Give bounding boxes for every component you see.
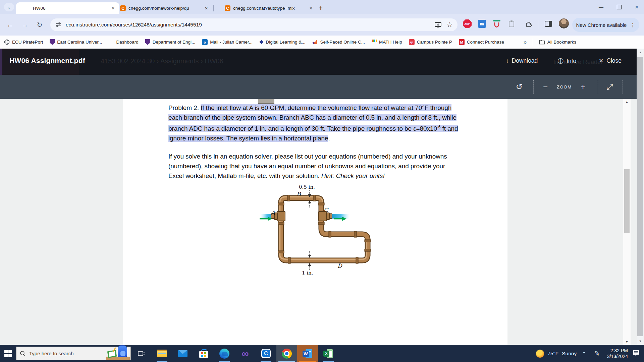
bookmark-label: Self-Paced Online C... xyxy=(320,40,365,45)
zoom-in-button[interactable]: + xyxy=(577,75,589,99)
close-label: Close xyxy=(606,57,622,64)
file-explorer-button[interactable] xyxy=(152,345,172,362)
new-tab-button[interactable]: + xyxy=(316,3,325,13)
mail-button[interactable] xyxy=(172,345,193,362)
ecu-shield-icon xyxy=(50,39,55,45)
tab-hw06[interactable]: HW06 ✕ xyxy=(16,2,119,14)
tab-search-button[interactable]: ⌄ xyxy=(4,3,14,11)
close-pdf-button[interactable]: ✕ Close xyxy=(599,57,622,64)
bookmark-star-icon[interactable]: ☆ xyxy=(446,21,453,29)
back-button[interactable]: ← xyxy=(5,19,15,30)
tab-chegg-homework[interactable]: C chegg.com/homework-help/qu ✕ xyxy=(117,2,213,14)
chrome-button[interactable] xyxy=(276,345,297,362)
word-button[interactable]: W xyxy=(297,345,318,362)
bookmark-dept-engineering[interactable]: Department of Engi... xyxy=(145,39,196,45)
label-B: B xyxy=(297,191,301,197)
bookmark-label: ECU PiratePort xyxy=(12,40,43,45)
site-settings-icon[interactable] xyxy=(55,22,62,28)
windows-logo-icon xyxy=(4,350,12,357)
globe-icon xyxy=(4,39,10,45)
chrome-update-button[interactable]: New Chrome available ⋮ xyxy=(572,18,639,32)
rotate-button[interactable]: ↺ xyxy=(513,75,526,99)
url-text[interactable]: ecu.instructure.com/courses/126248/assig… xyxy=(66,22,430,28)
info-button[interactable]: ⓘ Info xyxy=(558,57,576,65)
bookmark-self-paced[interactable]: Self-Paced Online C... xyxy=(312,40,365,45)
task-view-icon xyxy=(137,350,145,357)
microsoft-store-button[interactable] xyxy=(193,345,214,362)
tab-close-icon[interactable]: ✕ xyxy=(203,5,209,11)
bookmark-dashboard[interactable]: Dashboard xyxy=(116,40,139,45)
tray-overflow-chevron[interactable]: ⌃ xyxy=(582,351,586,356)
toolbar-separator xyxy=(623,80,623,94)
microsoft-365-button[interactable]: ∞ xyxy=(235,345,256,362)
action-center-button[interactable] xyxy=(633,350,640,358)
maximize-button[interactable] xyxy=(612,2,626,12)
pdf-scrollbar[interactable]: ▲ ▼ xyxy=(623,99,631,345)
maximize-icon xyxy=(617,5,622,9)
bookmark-mail[interactable]: o Mail - Julian Camer... xyxy=(202,39,253,45)
canvas-icon: C xyxy=(261,349,271,358)
system-tray: 75°F Sunny ⌃ ✎ 2:32 PM 3/13/2024 xyxy=(536,345,644,362)
hint-text: Hint: Check your units! xyxy=(321,172,385,179)
zoom-out-button[interactable]: − xyxy=(539,75,551,99)
blue-folder-extension-icon[interactable] xyxy=(477,19,487,29)
profile-avatar[interactable] xyxy=(559,18,569,28)
side-panel-icon[interactable] xyxy=(543,19,553,29)
tab-chegg-chat[interactable]: C chegg.com/chat?autotype=mix ✕ xyxy=(221,2,317,14)
bookmarks-bar: ECU PiratePort East Carolina Univer... D… xyxy=(0,36,644,49)
bookmark-math-help[interactable]: MATH Help xyxy=(372,40,402,45)
tab-divider xyxy=(213,5,214,11)
edge-button[interactable] xyxy=(214,345,235,362)
bookmark-digital-learning[interactable]: ✱ Digital Learning &... xyxy=(259,39,305,45)
menu-dots-icon[interactable]: ⋮ xyxy=(630,22,635,28)
excel-button[interactable]: X xyxy=(318,345,339,362)
text-line: each branch of the pipe system shown. Br… xyxy=(168,113,470,122)
task-view-button[interactable] xyxy=(131,345,152,362)
clipboard-extension-icon[interactable] xyxy=(506,19,517,29)
label-A: A xyxy=(271,209,275,216)
bookmark-connect-purchase[interactable]: M Connect Purchase xyxy=(459,39,504,45)
reload-button[interactable]: ↻ xyxy=(34,19,45,30)
fullscreen-button[interactable]: ⤢ xyxy=(603,75,616,99)
address-bar[interactable]: ecu.instructure.com/courses/126248/assig… xyxy=(50,18,458,31)
close-window-button[interactable]: ✕ xyxy=(630,2,643,12)
bookmark-east-carolina[interactable]: East Carolina Univer... xyxy=(50,39,102,45)
pdf-scrollbar-thumb[interactable] xyxy=(624,169,630,233)
browser-scrollbar[interactable]: ▲ ▼ xyxy=(637,49,644,345)
windows-ink-pen-icon[interactable]: ✎ xyxy=(594,349,600,358)
minimize-button[interactable]: — xyxy=(594,2,608,12)
dim-top-label: 0.5 in. xyxy=(299,184,315,190)
close-icon: ✕ xyxy=(599,57,603,64)
clock[interactable]: 2:32 PM 3/13/2024 xyxy=(607,348,628,359)
weather-widget[interactable]: 75°F Sunny xyxy=(536,350,577,358)
bookmarks-overflow-chevron[interactable]: » xyxy=(524,39,527,45)
bookmarks-divider xyxy=(532,39,532,46)
scroll-down-icon[interactable]: ▼ xyxy=(637,340,644,343)
canvas-button[interactable]: C xyxy=(256,345,276,362)
time: 2:32 PM xyxy=(607,348,628,354)
m365-icon: ∞ xyxy=(241,349,249,359)
scroll-up-icon[interactable]: ▲ xyxy=(637,51,644,54)
bookmark-ecu-pirateport[interactable]: ECU PiratePort xyxy=(4,39,43,45)
install-icon[interactable] xyxy=(434,21,442,28)
bookmark-label: Mail - Julian Camer... xyxy=(210,40,253,45)
scroll-up-icon[interactable]: ▲ xyxy=(623,100,631,104)
pdf-viewer-area: Problem 2. If the inlet flow at A is 60 … xyxy=(0,99,639,345)
taskbar-search-input[interactable]: Type here to search xyxy=(16,347,131,360)
tab-close-icon[interactable]: ✕ xyxy=(110,5,116,11)
bookmark-label: Connect Purchase xyxy=(467,40,504,45)
scroll-down-icon[interactable]: ▼ xyxy=(623,340,631,344)
shield-extension-icon[interactable] xyxy=(492,19,502,29)
folder-icon xyxy=(539,40,545,45)
chrome-icon xyxy=(282,349,292,359)
download-button[interactable]: ↓ Download xyxy=(506,57,538,64)
all-bookmarks-button[interactable]: All Bookmarks xyxy=(539,40,576,45)
tab-close-icon[interactable]: ✕ xyxy=(308,5,314,11)
start-button[interactable] xyxy=(0,345,16,362)
adblock-extension-icon[interactable]: ABP xyxy=(462,19,472,29)
browser-scrollbar-thumb[interactable] xyxy=(637,57,643,336)
forward-button[interactable]: → xyxy=(19,19,30,30)
bookmark-campus-pointe[interactable]: rp Campus Pointe P xyxy=(409,39,452,45)
extensions-puzzle-icon[interactable] xyxy=(524,19,534,29)
text-line: If you solve this in an equation solver,… xyxy=(168,152,470,161)
